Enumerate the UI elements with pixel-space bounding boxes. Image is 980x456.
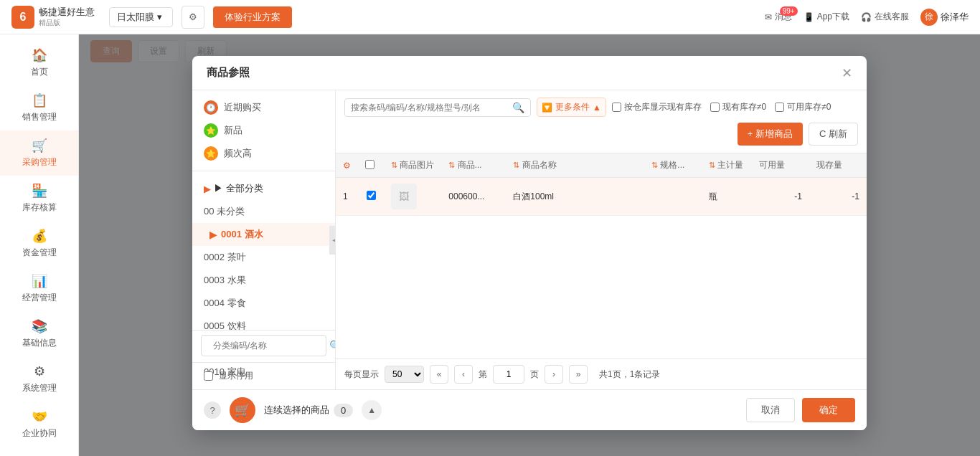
refresh-button[interactable]: C 刷新 <box>809 123 858 146</box>
sidebar-item-finance[interactable]: 💰 资金管理 <box>0 221 78 266</box>
th-name: ⇅ 商品名称 <box>506 153 644 178</box>
settings-gear-icon[interactable]: ⚙ <box>182 6 204 29</box>
row-stock: -1 <box>809 178 867 216</box>
th-avail: 可用量 <box>752 153 809 178</box>
cat-expand-icon: ▶ <box>204 184 211 194</box>
pagination-bar: 每页显示 50 10 20 100 « ‹ 第 页 <box>336 358 867 389</box>
show-disabled-label[interactable]: 显示停用 <box>219 370 253 382</box>
logo-text: 畅捷通好生意 精品版 <box>39 6 95 28</box>
sales-icon: 📋 <box>32 92 47 108</box>
th-code: ⇅ 商品... <box>441 153 506 178</box>
category-panel: 🕐 近期购买 ⭐ 新品 ⭐ 频次高 <box>192 90 336 389</box>
frequent-icon: ⭐ <box>204 146 218 161</box>
user-avatar[interactable]: 徐 徐泽华 <box>920 9 969 26</box>
sidebar-item-inventory[interactable]: 🏪 库存核算 <box>0 176 78 221</box>
more-filter-button[interactable]: 🔽 更多条件 ▲ <box>537 98 606 117</box>
product-reference-modal: 商品参照 ✕ 🕐 近期购买 ⭐ <box>192 56 867 430</box>
product-image: 🖼 <box>391 184 417 209</box>
row-image-cell: 🖼 <box>384 178 441 216</box>
first-page-button[interactable]: « <box>430 365 448 384</box>
message-icon: ✉ <box>765 12 772 22</box>
cat-item-0[interactable]: 00 未分类 <box>192 200 335 223</box>
prev-page-button[interactable]: ‹ <box>454 365 473 384</box>
th-unit: ⇅ 主计量 <box>702 153 752 178</box>
sidebar-item-purchase[interactable]: 🛒 采购管理 <box>0 130 78 176</box>
product-search-box: 🔍 <box>344 98 531 117</box>
recent-icon: 🕐 <box>204 100 218 115</box>
warehouse-stock-checkbox[interactable] <box>612 103 621 112</box>
cat-item-all[interactable]: ▶ ▶ 全部分类 <box>192 177 335 200</box>
app-logo: 6 畅捷通好生意 精品版 <box>11 6 95 29</box>
new-product-icon: ⭐ <box>204 123 218 138</box>
navbar-right: ✉ 消息 99+ 📱 App下载 🎧 在线客服 徐 徐泽华 <box>765 9 969 26</box>
sidebar-item-basic-info[interactable]: 📚 基础信息 <box>0 311 78 356</box>
quick-section: 🕐 近期购买 ⭐ 新品 ⭐ 频次高 <box>192 90 335 171</box>
sidebar-item-enterprise[interactable]: 🤝 企业协同 <box>0 402 78 447</box>
page-size-select[interactable]: 50 10 20 100 <box>385 366 424 383</box>
toolbar-right-actions: + 新增商品 C 刷新 <box>738 123 858 146</box>
app-download-button[interactable]: 📱 App下载 <box>804 11 849 23</box>
cat-active-arrow: ▶ <box>209 229 217 240</box>
sidebar-item-operations[interactable]: 📊 经营管理 <box>0 266 78 311</box>
sort-arrow-icon: ⇅ <box>391 161 397 169</box>
cat-item-4[interactable]: 0004 零食 <box>192 292 335 315</box>
product-table: ⚙ ⇅ 商品图片 <box>336 153 867 216</box>
show-disabled-checkbox[interactable] <box>204 371 213 381</box>
th-image: ⇅ 商品图片 <box>384 153 441 178</box>
navbar: 6 畅捷通好生意 精品版 日太阳膜 ▾ ⚙ 体验行业方案 ✉ 消息 99+ 📱 … <box>0 0 980 34</box>
last-page-button[interactable]: » <box>569 365 588 384</box>
th-sort: ⚙ <box>336 153 358 178</box>
warehouse-stock-filter[interactable]: 按仓库显示现有库存 <box>612 101 702 113</box>
filter-arrow-icon: ▲ <box>593 103 601 113</box>
operations-icon: 📊 <box>32 273 47 289</box>
cart-button[interactable]: 🛒 <box>230 397 255 423</box>
online-service-button[interactable]: 🎧 在线客服 <box>861 11 909 23</box>
sort-icon: ⚙ <box>343 161 351 171</box>
table-row[interactable]: 1 🖼 <box>336 178 867 216</box>
row-avail: -1 <box>752 178 809 216</box>
product-search-input[interactable] <box>351 103 509 113</box>
cancel-button[interactable]: 取消 <box>746 398 795 422</box>
nonzero-avail-checkbox[interactable] <box>775 103 784 112</box>
select-all-checkbox[interactable] <box>365 160 374 169</box>
modal-overlay: 商品参照 ✕ 🕐 近期购买 ⭐ <box>79 34 980 456</box>
cat-item-2[interactable]: 0002 茶叶 <box>192 246 335 269</box>
category-search-input[interactable] <box>207 338 326 353</box>
purchase-icon: 🛒 <box>32 138 47 153</box>
nonzero-avail-filter[interactable]: 可用库存≠0 <box>775 101 831 113</box>
quick-item-frequent[interactable]: ⭐ 频次高 <box>192 142 335 165</box>
basic-info-icon: 📚 <box>32 318 47 334</box>
confirm-button[interactable]: 确定 <box>802 398 855 422</box>
category-search-icon[interactable]: 🔍 <box>329 340 336 351</box>
row-checkbox[interactable] <box>367 191 376 200</box>
sidebar-item-system[interactable]: ⚙ 系统管理 <box>0 356 78 402</box>
avatar: 徐 <box>920 9 938 26</box>
system-icon: ⚙ <box>34 364 45 379</box>
category-collapse-button[interactable]: ◀ <box>329 226 336 255</box>
sidebar-item-sales[interactable]: 📋 销售管理 <box>0 85 78 130</box>
nonzero-stock-checkbox[interactable] <box>710 103 720 112</box>
home-icon: 🏠 <box>32 47 47 63</box>
page-number-input[interactable] <box>493 365 524 384</box>
product-search-icon[interactable]: 🔍 <box>512 102 524 113</box>
product-table-wrapper: ⚙ ⇅ 商品图片 <box>336 153 867 358</box>
cart-icon: 🛒 <box>235 402 250 418</box>
company-selector[interactable]: 日太阳膜 ▾ <box>109 7 173 27</box>
help-button[interactable]: ? <box>204 402 221 419</box>
next-page-button[interactable]: › <box>545 365 563 384</box>
cat-item-3[interactable]: 0003 水果 <box>192 269 335 292</box>
cat-item-1[interactable]: ▶ 0001 酒水 <box>192 223 335 246</box>
headset-icon: 🎧 <box>861 12 872 22</box>
sidebar-item-home[interactable]: 🏠 首页 <box>0 40 78 85</box>
message-button[interactable]: ✉ 消息 99+ <box>765 11 792 23</box>
quick-item-new[interactable]: ⭐ 新品 <box>192 119 335 142</box>
add-product-button[interactable]: + 新增商品 <box>738 123 803 146</box>
footer-collapse-button[interactable]: ▲ <box>362 400 382 420</box>
quick-item-recent[interactable]: 🕐 近期购买 <box>192 96 335 119</box>
filter-icon: 🔽 <box>542 103 552 113</box>
modal-close-button[interactable]: ✕ <box>842 67 852 80</box>
row-unit: 瓶 <box>702 178 752 216</box>
nonzero-stock-filter[interactable]: 现有库存≠0 <box>710 101 766 113</box>
trial-button[interactable]: 体验行业方案 <box>213 6 292 28</box>
sidebar-item-guide[interactable]: 📖 新手引导 <box>0 447 78 456</box>
